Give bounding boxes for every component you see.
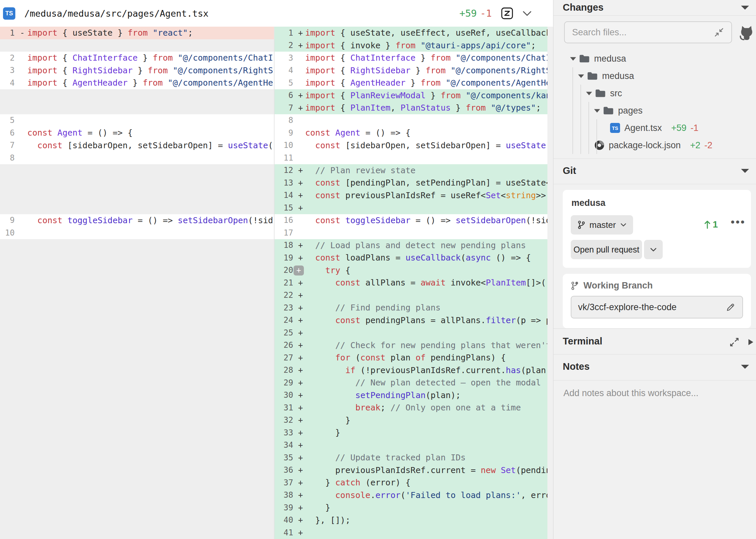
tree-item-folder-medusa[interactable]: medusa: [553, 50, 756, 67]
line-number: 18: [275, 241, 297, 250]
divider: [553, 354, 756, 354]
code-text: } catch (error) {: [305, 478, 410, 487]
diff-marker: +: [297, 166, 305, 175]
line-number: 9: [0, 216, 18, 225]
diff-code-row: 3import { ChatInterface } from "@/compon…: [275, 52, 547, 64]
code-text: import { invoke } from "@tauri-apps/api/…: [305, 41, 536, 50]
chevron-down-icon[interactable]: [578, 74, 584, 78]
tree-item-folder-src[interactable]: src: [553, 85, 756, 102]
edit-branch-pencil-icon[interactable]: [726, 302, 736, 312]
expand-terminal-icon[interactable]: [729, 337, 739, 348]
line-number: 28: [275, 365, 297, 375]
line-number: 15: [275, 203, 297, 213]
chevron-down-icon[interactable]: [570, 57, 576, 61]
line-number: 40: [275, 515, 297, 525]
diff-code-row: 6const Agent = () => {: [0, 127, 274, 139]
line-number: 3: [275, 53, 297, 63]
more-actions-button[interactable]: •••: [729, 215, 748, 229]
diff-code-row: 14+ const previousPlanIdsRef = useRef<Se…: [275, 189, 547, 202]
commits-ahead-indicator[interactable]: 1: [704, 219, 718, 230]
diff-code-row: 38+ console.error('Failed to load plans:…: [275, 489, 547, 502]
terminal-expand-arrow-icon[interactable]: [747, 338, 754, 347]
code-text: import { PlanReviewModal } from "@/compo…: [305, 91, 547, 100]
diff-marker: +: [297, 390, 305, 400]
split-diff-icon[interactable]: [500, 7, 514, 20]
diff-code-row: 30+ setPendingPlan(plan);: [275, 389, 547, 402]
working-branch-card: Working Branch vk/3ccf-explore-the-code: [563, 274, 751, 328]
diff-code-row: 7 const [sidebarOpen, setSidebarOpen] = …: [0, 139, 274, 152]
typescript-file-icon: TS: [3, 7, 15, 20]
divider: [553, 15, 756, 16]
notes-section-header[interactable]: Notes: [563, 361, 590, 372]
diff-marker: +: [297, 365, 305, 375]
terminal-section-header[interactable]: Terminal: [563, 336, 602, 347]
diff-gap-row: [0, 164, 274, 177]
diff-marker: +: [297, 28, 305, 38]
diff-code-row: 2+import { invoke } from "@tauri-apps/ap…: [275, 39, 547, 52]
diff-marker: +: [297, 328, 305, 337]
tree-item-folder-pages[interactable]: pages: [553, 102, 756, 119]
diff-code-row: 33+ }: [275, 426, 547, 439]
diff-marker: +: [297, 440, 305, 450]
diff-code-row: 27+ for (const plan of pendingPlans) {: [275, 351, 547, 364]
tree-item-file-package-lock[interactable]: package-lock.json +2 -2: [553, 137, 756, 154]
add-comment-button[interactable]: +: [294, 266, 304, 275]
code-text: }: [305, 503, 330, 512]
divider: [553, 184, 756, 184]
changes-section-header[interactable]: Changes: [563, 2, 603, 13]
divider: [553, 159, 756, 159]
line-number: 9: [275, 128, 297, 138]
working-branch-field[interactable]: vk/3ccf-explore-the-code: [571, 296, 743, 318]
line-number: 30: [275, 390, 297, 400]
diff-code-row: 16 const toggleSidebar = () => setSideba…: [275, 214, 547, 227]
diff-marker: +: [297, 415, 305, 425]
diff-marker: +: [297, 428, 305, 437]
open-pull-request-button[interactable]: Open pull request: [571, 240, 642, 259]
github-octocat-icon[interactable]: [739, 25, 754, 42]
chevron-down-icon: [620, 223, 626, 227]
git-collapse-chevron-icon[interactable]: [741, 168, 749, 175]
code-text: import { AgentHeader } from "@/component…: [305, 78, 547, 88]
collapse-tree-icon[interactable]: [714, 27, 724, 39]
notes-collapse-chevron-icon[interactable]: [741, 364, 749, 370]
diff-code-row: 4import { AgentHeader } from "@/componen…: [0, 77, 274, 89]
tree-indent-guide: [588, 102, 589, 154]
line-number: 32: [275, 415, 297, 425]
diff-code-row: 8: [0, 152, 274, 164]
diff-scrollbar-gutter[interactable]: [547, 27, 553, 539]
branch-selector-button[interactable]: master: [571, 215, 633, 235]
code-text: const pendingPlans = allPlans.filter(p =…: [305, 315, 547, 325]
diff-marker: +: [297, 528, 305, 537]
diff-marker: +: [297, 91, 305, 100]
tree-item-folder-medusa-inner[interactable]: medusa: [553, 67, 756, 85]
diff-code-row: 24+ const pendingPlans = allPlans.filter…: [275, 314, 547, 327]
tree-item-label: pages: [618, 106, 643, 116]
chevron-down-icon[interactable]: [594, 109, 600, 113]
notes-placeholder-text[interactable]: Add notes about this workspace...: [563, 388, 698, 398]
tree-item-label: medusa: [594, 54, 626, 64]
tree-indent-guide: [572, 67, 573, 154]
diff-marker: +: [297, 403, 305, 412]
divider: [553, 328, 756, 329]
diff-code-row: 19+ const loadPlans = useCallback(async …: [275, 252, 547, 264]
diff-gap-row: [0, 177, 274, 189]
diff-code-row: 10 const [sidebarOpen, setSidebarOpen] =…: [275, 139, 547, 152]
diff-code-row: 13+ const [pendingPlan, setPendingPlan] …: [275, 177, 547, 189]
code-text: const toggleSidebar = () => setSidebarOp…: [305, 216, 547, 225]
pull-request-options-button[interactable]: [644, 240, 663, 259]
git-section-header[interactable]: Git: [563, 165, 576, 176]
line-number: 5: [0, 116, 18, 125]
chevron-down-icon[interactable]: [586, 91, 592, 95]
changes-collapse-chevron-icon[interactable]: [741, 5, 749, 11]
collapse-file-chevron-icon[interactable]: [522, 10, 532, 17]
line-number: 29: [275, 378, 297, 387]
code-text: const [sidebarOpen, setSidebarOpen] = us…: [305, 141, 547, 150]
tree-item-file-agent-tsx[interactable]: TS Agent.tsx +59 -1: [553, 119, 756, 137]
search-files-input[interactable]: [564, 21, 732, 43]
diff-marker: +: [297, 191, 305, 200]
line-number: 8: [0, 153, 18, 163]
git-repo-card: medusa master 1 ••• Open pull request: [563, 190, 751, 268]
line-number: 19: [275, 253, 297, 263]
diff-gap-row: [0, 102, 274, 114]
changed-files-tree: medusa medusa src pages TS Agent.tsx +59…: [553, 50, 756, 154]
